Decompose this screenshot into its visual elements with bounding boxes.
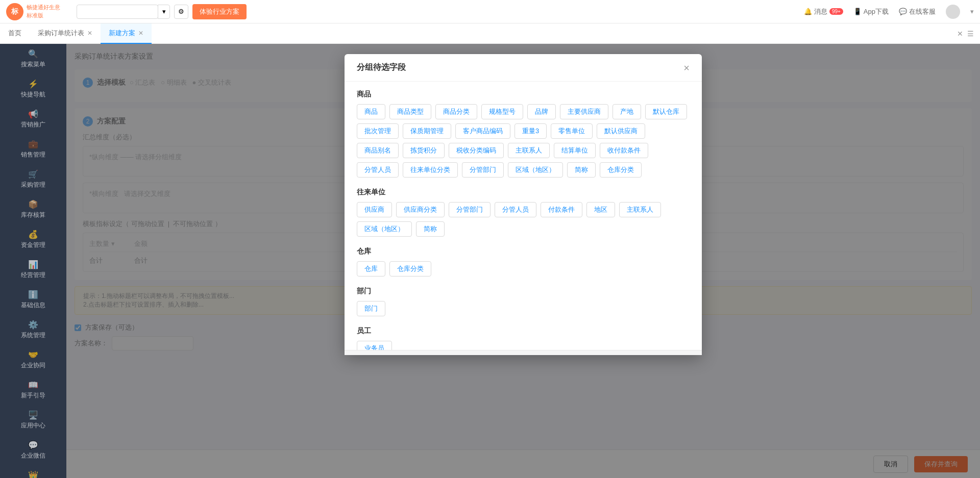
sidebar-label-5: 库存核算 (21, 211, 45, 219)
logo: 标 畅捷通好生意标准版 (6, 3, 72, 20)
field-tag-0-25[interactable]: 仓库分类 (600, 162, 642, 178)
sidebar-item-10[interactable]: 🤝企业协同 (0, 345, 66, 375)
field-tag-0-8[interactable]: 批次管理 (357, 123, 399, 139)
sidebar-item-12[interactable]: 🖥️应用中心 (0, 405, 66, 435)
field-tag-1-7[interactable]: 区域（地区） (357, 221, 412, 237)
tab-close-purchase[interactable]: ✕ (87, 30, 92, 37)
field-tags-1: 供应商供应商分类分管部门分管人员付款条件地区主联系人区域（地区）简称 (357, 202, 690, 237)
field-tag-0-10[interactable]: 客户商品编码 (455, 123, 510, 139)
field-tag-0-11[interactable]: 重量3 (514, 123, 547, 139)
field-tag-0-22[interactable]: 分管部门 (462, 162, 504, 178)
sidebar-icon-2: 📢 (28, 109, 38, 119)
field-tag-4-0[interactable]: 业务员 (357, 341, 392, 350)
field-tag-0-17[interactable]: 主联系人 (508, 143, 550, 158)
tab-new-plan[interactable]: 新建方案 ✕ (101, 23, 152, 44)
field-tag-1-2[interactable]: 分管部门 (449, 202, 491, 217)
field-tag-0-9[interactable]: 保质期管理 (403, 123, 451, 139)
sidebar-icon-9: ⚙️ (28, 320, 38, 330)
sidebar-label-1: 快捷导航 (21, 90, 45, 99)
sidebar-item-9[interactable]: ⚙️系统管理 (0, 315, 66, 345)
top-search-input[interactable] (77, 5, 158, 19)
field-tags-4: 业务员 (357, 341, 690, 350)
field-tag-0-12[interactable]: 零售单位 (551, 123, 593, 139)
field-tag-0-14[interactable]: 商品别名 (357, 143, 399, 158)
settings-btn[interactable]: ⚙ (174, 5, 188, 19)
tab-purchase-order[interactable]: 采购订单统计表 ✕ (30, 23, 101, 44)
field-tag-0-6[interactable]: 产地 (612, 104, 641, 119)
modal-close-btn[interactable]: × (683, 63, 690, 73)
field-tag-1-1[interactable]: 供应商分类 (396, 202, 445, 217)
field-tag-0-24[interactable]: 简称 (567, 162, 596, 178)
service-icon: 💬 (899, 8, 907, 15)
sidebar-item-2[interactable]: 📢营销推广 (0, 104, 66, 134)
trial-btn[interactable]: 体验行业方案 (192, 4, 247, 19)
sidebar-item-5[interactable]: 📦库存核算 (0, 194, 66, 224)
field-tag-1-6[interactable]: 主联系人 (619, 202, 661, 217)
field-tag-0-21[interactable]: 往来单位分类 (403, 162, 458, 178)
sidebar-icon-5: 📦 (28, 199, 38, 209)
sidebar-label-6: 资金管理 (21, 241, 45, 249)
search-dropdown-btn[interactable]: ▾ (158, 5, 170, 19)
sidebar-item-13[interactable]: 💬企业微信 (0, 435, 66, 465)
sidebar-icon-6: 💰 (28, 230, 38, 239)
sidebar-item-14[interactable]: 👑畅会员 (0, 465, 66, 478)
user-menu-arrow[interactable]: ▾ (970, 8, 974, 15)
field-tag-0-2[interactable]: 商品分类 (435, 104, 477, 119)
sidebar-item-6[interactable]: 💰资金管理 (0, 224, 66, 255)
sidebar-icon-7: 📊 (28, 260, 38, 269)
field-tag-2-0[interactable]: 仓库 (357, 261, 385, 276)
section-title-1: 往来单位 (357, 188, 690, 197)
field-tags-3: 部门 (357, 301, 690, 316)
modal-body[interactable]: 商品商品商品类型商品分类规格型号品牌主要供应商产地默认仓库批次管理保质期管理客户… (345, 82, 702, 350)
field-tag-0-5[interactable]: 主要供应商 (560, 104, 608, 119)
sidebar-label-3: 销售管理 (21, 150, 45, 159)
field-tag-3-0[interactable]: 部门 (357, 301, 385, 316)
tab-bar-menu-btn[interactable]: ☰ (967, 30, 974, 38)
tab-bar-close-btn[interactable]: ✕ (957, 30, 963, 38)
field-tag-1-3[interactable]: 分管人员 (495, 202, 536, 217)
notification-icon: 🔔 (804, 8, 812, 15)
sidebar-item-7[interactable]: 📊经营管理 (0, 255, 66, 285)
field-tag-1-4[interactable]: 付款条件 (541, 202, 582, 217)
sidebar-label-11: 新手引导 (21, 391, 45, 400)
notification-btn[interactable]: 🔔 消息 99+ (804, 7, 843, 16)
field-tag-1-5[interactable]: 地区 (586, 202, 615, 217)
field-tag-2-1[interactable]: 仓库分类 (389, 261, 431, 276)
field-tags-0: 商品商品类型商品分类规格型号品牌主要供应商产地默认仓库批次管理保质期管理客户商品… (357, 104, 690, 178)
field-tag-0-19[interactable]: 收付款条件 (600, 143, 648, 158)
field-tag-0-0[interactable]: 商品 (357, 104, 385, 119)
sidebar-label-2: 营销推广 (21, 120, 45, 129)
logo-icon: 标 (6, 3, 23, 20)
field-tag-0-7[interactable]: 默认仓库 (645, 104, 687, 119)
sidebar-label-10: 企业协同 (21, 361, 45, 370)
sidebar-label-8: 基础信息 (21, 301, 45, 310)
field-section-2: 仓库仓库仓库分类 (357, 247, 690, 276)
section-title-0: 商品 (357, 90, 690, 99)
field-tag-0-4[interactable]: 品牌 (527, 104, 556, 119)
field-tag-0-23[interactable]: 区域（地区） (508, 162, 563, 178)
field-tag-0-1[interactable]: 商品类型 (389, 104, 431, 119)
online-service-btn[interactable]: 💬 在线客服 (899, 7, 936, 16)
field-tag-0-15[interactable]: 拣货积分 (403, 143, 445, 158)
field-tag-0-13[interactable]: 默认供应商 (597, 123, 645, 139)
sidebar-item-4[interactable]: 🛒采购管理 (0, 164, 66, 194)
field-tag-0-18[interactable]: 结算单位 (554, 143, 596, 158)
sidebar-item-3[interactable]: 💼销售管理 (0, 134, 66, 164)
sidebar-item-1[interactable]: ⚡快捷导航 (0, 74, 66, 104)
field-tag-0-20[interactable]: 分管人员 (357, 162, 399, 178)
tab-home[interactable]: 首页 (0, 23, 30, 44)
field-tag-1-8[interactable]: 简称 (416, 221, 445, 237)
sidebar-icon-8: ℹ️ (28, 290, 38, 299)
tab-close-new-plan[interactable]: ✕ (138, 30, 143, 37)
field-tag-1-0[interactable]: 供应商 (357, 202, 392, 217)
sidebar-item-11[interactable]: 📖新手引导 (0, 375, 66, 405)
sidebar-label-0: 搜索菜单 (21, 60, 45, 69)
sidebar-item-8[interactable]: ℹ️基础信息 (0, 285, 66, 315)
avatar[interactable] (946, 5, 960, 19)
sidebar-icon-14: 👑 (28, 470, 38, 478)
sidebar-icon-11: 📖 (28, 380, 38, 390)
field-tag-0-16[interactable]: 税收分类编码 (449, 143, 504, 158)
sidebar-item-0[interactable]: 🔍搜索菜单 (0, 44, 66, 74)
field-tag-0-3[interactable]: 规格型号 (481, 104, 523, 119)
app-download-btn[interactable]: 📱 App下载 (853, 7, 889, 16)
